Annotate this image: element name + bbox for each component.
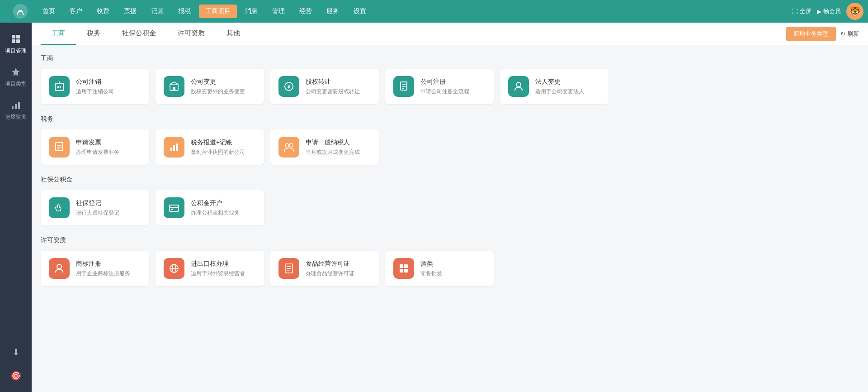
card-icon xyxy=(164,137,184,158)
tab-许可资质[interactable]: 许可资质 xyxy=(167,23,216,45)
card-info: 公司注销适用于注销公司 xyxy=(76,78,114,96)
business-card[interactable]: 申请一般纳税人当月或次月成变更完成 xyxy=(270,129,379,165)
business-card[interactable]: 商标注册用于企业商标注册服务 xyxy=(41,251,149,286)
card-info: 申请一般纳税人当月或次月成变更完成 xyxy=(306,139,360,156)
card-title: 公积金开户 xyxy=(191,199,240,207)
card-title: 公司变更 xyxy=(191,78,245,86)
nav-item-客户[interactable]: 客户 xyxy=(63,5,89,18)
card-icon xyxy=(164,258,184,279)
card-desc: 适用于注销公司 xyxy=(76,88,114,96)
business-card[interactable]: 公司注册申请公司注册全流程 xyxy=(385,69,494,104)
sidebar-item-settings[interactable]: 🎯 xyxy=(0,364,32,387)
sidebar-item-label: 项目类型 xyxy=(5,80,27,88)
card-info: 股权转让公司变更需要股权转让 xyxy=(306,78,360,96)
add-business-type-button[interactable]: 新增业务类型 xyxy=(786,27,836,41)
svg-point-31 xyxy=(285,143,289,147)
nav-item-管理[interactable]: 管理 xyxy=(266,5,291,18)
svg-rect-6 xyxy=(12,106,14,109)
project-type-icon xyxy=(9,66,22,78)
nav-item-经营[interactable]: 经营 xyxy=(293,5,318,18)
business-card[interactable]: 公积金开户办理公积金相关业务 xyxy=(156,190,264,225)
cards-grid: 社保登记进行人员社保登记公积金开户办理公积金相关业务 xyxy=(41,190,859,225)
nav-item-记账[interactable]: 记账 xyxy=(145,5,170,18)
svg-rect-45 xyxy=(404,264,408,268)
card-desc: 进行人员社保登记 xyxy=(76,209,119,217)
section-工商: 工商公司注销适用于注销公司公司变更股权变更外的业务变更¥股权转让公司变更需要股权… xyxy=(41,54,859,104)
card-title: 公司注销 xyxy=(76,78,114,86)
card-icon xyxy=(49,258,70,279)
svg-rect-35 xyxy=(171,209,173,210)
nav-item-设置[interactable]: 设置 xyxy=(347,5,373,18)
settings-icon: 🎯 xyxy=(9,369,22,382)
top-right-area: ⛶ 全屏 ▶ 畅会员 🐯 xyxy=(792,3,863,20)
tab-bar: 工商税务社保公积金许可资质其他 新增业务类型 ↻ 刷新 xyxy=(32,23,868,45)
card-desc: 拿到营业执照的新公司 xyxy=(191,148,245,156)
business-card[interactable]: 进出口权办理适用于对外贸易经营者 xyxy=(156,251,264,286)
card-info: 税务报道+记账拿到营业执照的新公司 xyxy=(191,139,245,156)
nav-item-服务[interactable]: 服务 xyxy=(320,5,345,18)
fullscreen-btn[interactable]: ⛶ 全屏 xyxy=(792,7,811,15)
card-info: 申请发票办理申请发票业务 xyxy=(76,139,119,156)
svg-rect-28 xyxy=(170,148,172,151)
tab-其他[interactable]: 其他 xyxy=(216,23,251,45)
svg-point-36 xyxy=(57,264,61,269)
nav-item-工商项目[interactable]: 工商项目 xyxy=(199,5,237,18)
nav-item-首页[interactable]: 首页 xyxy=(36,5,61,18)
nav-item-票据[interactable]: 票据 xyxy=(118,5,143,18)
card-desc: 办理申请发票业务 xyxy=(76,148,119,156)
tab-税务[interactable]: 税务 xyxy=(76,23,111,45)
card-icon xyxy=(393,76,414,97)
business-card[interactable]: 法人变更适用于公司变更法人 xyxy=(500,69,609,104)
card-title: 股权转让 xyxy=(306,78,360,86)
nav-item-报税[interactable]: 报税 xyxy=(172,5,197,18)
card-icon xyxy=(393,258,414,279)
nav-item-消息[interactable]: 消息 xyxy=(239,5,264,18)
svg-rect-47 xyxy=(404,269,408,272)
business-card[interactable]: 申请发票办理申请发票业务 xyxy=(41,129,149,165)
logo-area xyxy=(5,3,36,19)
sidebar-item-progress[interactable]: 进度监测 xyxy=(0,93,32,126)
svg-rect-46 xyxy=(400,269,403,272)
business-card[interactable]: 社保登记进行人员社保登记 xyxy=(41,190,149,225)
cards-grid: 申请发票办理申请发票业务税务报道+记账拿到营业执照的新公司申请一般纳税人当月或次… xyxy=(41,129,859,165)
card-title: 申请发票 xyxy=(76,139,119,147)
business-card[interactable]: 食品经营许可证办理食品经营许可证 xyxy=(270,251,379,286)
business-card[interactable]: ¥股权转让公司变更需要股权转让 xyxy=(270,69,379,104)
sidebar-item-project-mgmt[interactable]: 项目管理 xyxy=(0,27,32,60)
svg-rect-24 xyxy=(56,143,63,151)
svg-rect-9 xyxy=(55,83,63,91)
sidebar-item-project-type[interactable]: 项目类型 xyxy=(0,60,32,93)
card-title: 税务报道+记账 xyxy=(191,139,245,147)
tab-工商[interactable]: 工商 xyxy=(41,23,76,45)
card-desc: 股权变更外的业务变更 xyxy=(191,88,245,96)
business-card[interactable]: 公司变更股权变更外的业务变更 xyxy=(156,69,264,104)
tab-社保公积金[interactable]: 社保公积金 xyxy=(111,23,167,45)
mascot-avatar[interactable]: 🐯 xyxy=(846,3,863,20)
card-desc: 申请公司注册全流程 xyxy=(420,88,469,96)
sidebar-item-download[interactable]: ⬇ xyxy=(0,340,32,364)
card-info: 公积金开户办理公积金相关业务 xyxy=(191,199,240,217)
card-icon xyxy=(278,258,299,279)
project-mgmt-icon xyxy=(9,33,22,45)
sidebar-item-label: 进度监测 xyxy=(5,113,27,121)
card-info: 法人变更适用于公司变更法人 xyxy=(535,78,584,96)
svg-point-23 xyxy=(516,82,521,87)
card-desc: 当月或次月成变更完成 xyxy=(306,148,360,156)
download-icon: ⬇ xyxy=(9,346,22,359)
card-info: 酒类零售批发 xyxy=(420,260,442,277)
svg-rect-30 xyxy=(176,143,178,151)
card-info: 公司注册申请公司注册全流程 xyxy=(420,78,469,96)
scroll-content[interactable]: 工商公司注销适用于注销公司公司变更股权变更外的业务变更¥股权转让公司变更需要股权… xyxy=(32,45,868,392)
member-btn[interactable]: ▶ 畅会员 xyxy=(817,7,841,15)
business-card[interactable]: 公司注销适用于注销公司 xyxy=(41,69,149,104)
refresh-button[interactable]: ↻ 刷新 xyxy=(840,30,859,38)
content-area: 工商税务社保公积金许可资质其他 新增业务类型 ↻ 刷新 工商公司注销适用于注销公… xyxy=(32,23,868,392)
section-title: 税务 xyxy=(41,115,859,123)
card-desc: 用于企业商标注册服务 xyxy=(76,270,130,277)
business-card[interactable]: 税务报道+记账拿到营业执照的新公司 xyxy=(156,129,264,165)
svg-point-32 xyxy=(289,143,293,147)
nav-item-收费[interactable]: 收费 xyxy=(90,5,116,18)
cards-grid: 商标注册用于企业商标注册服务进出口权办理适用于对外贸易经营者食品经营许可证办理食… xyxy=(41,251,859,286)
top-navigation: 首页客户收费票据记账报税工商项目消息管理经营服务设置 ⛶ 全屏 ▶ 畅会员 🐯 xyxy=(0,0,868,23)
business-card[interactable]: 酒类零售批发 xyxy=(385,251,494,286)
